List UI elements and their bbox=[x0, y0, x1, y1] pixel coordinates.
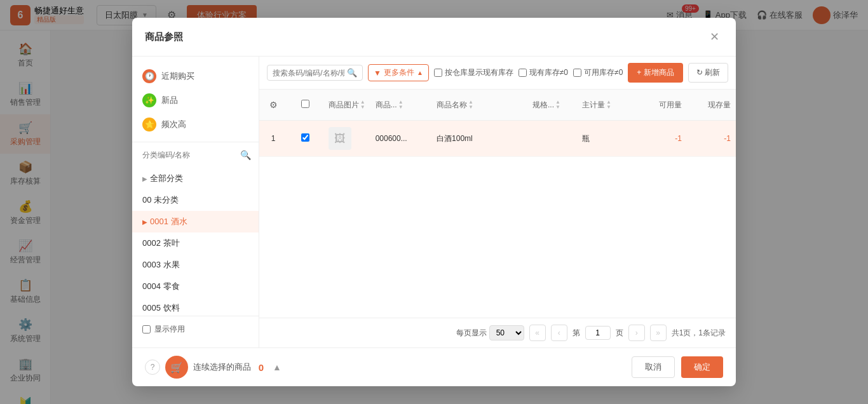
per-page-label: 每页显示 bbox=[456, 328, 487, 339]
col-unit-label: 主计量 bbox=[582, 100, 605, 111]
selected-info: 连续选择的商品 0 bbox=[193, 361, 268, 373]
by-warehouse-checkbox[interactable] bbox=[434, 69, 442, 77]
add-product-button[interactable]: + 新增商品 bbox=[628, 63, 682, 83]
col-spec-label: 规格... bbox=[532, 100, 554, 111]
quick-nav-freq[interactable]: ⭐ 频次高 bbox=[132, 112, 259, 137]
more-conditions-button[interactable]: ▼ 更多条件 ▲ bbox=[368, 64, 429, 81]
category-item-3[interactable]: 0003 水果 bbox=[132, 254, 259, 276]
category-search-input[interactable] bbox=[142, 151, 238, 159]
th-stock: 现存量 bbox=[687, 90, 736, 121]
arrow-icon: ▶ bbox=[142, 175, 147, 182]
recent-icon: 🕐 bbox=[142, 69, 156, 83]
action-buttons: + 新增商品 ↻ 刷新 bbox=[628, 63, 728, 83]
row-num: 1 bbox=[259, 121, 287, 157]
sort-arrows: ▲▼ bbox=[360, 100, 365, 110]
page-size-wrap: 每页显示 50 10 20 100 bbox=[456, 325, 524, 340]
category-search: 🔍 bbox=[132, 145, 259, 165]
dialog-body: 🕐 近期购买 ✨ 新品 ⭐ 频次高 🔍 ▶ bbox=[132, 57, 736, 347]
next-page-button[interactable]: › bbox=[628, 325, 645, 341]
dialog-close-button[interactable]: ✕ bbox=[705, 28, 723, 46]
product-table: ⚙ 商品图片 ▲▼ bbox=[259, 90, 736, 157]
row-stock: -1 bbox=[687, 121, 736, 157]
th-spec: 规格... ▲▼ bbox=[527, 90, 577, 121]
per-page-select[interactable]: 50 10 20 100 bbox=[489, 325, 524, 340]
footer-right: 取消 确定 bbox=[632, 356, 723, 378]
sort-arrows: ▲▼ bbox=[398, 100, 403, 110]
th-code-sort[interactable]: 商品... ▲▼ bbox=[376, 100, 426, 111]
product-reference-dialog: 商品参照 ✕ 🕐 近期购买 ✨ 新品 ⭐ 频次高 bbox=[132, 18, 736, 386]
new-label: 新品 bbox=[161, 95, 178, 106]
footer-left: ? 🛒 连续选择的商品 0 ▲ bbox=[145, 356, 281, 379]
more-conditions-label: 更多条件 bbox=[384, 67, 414, 78]
col-stock-label: 现存量 bbox=[708, 100, 731, 109]
show-disabled-label: 显示停用 bbox=[154, 324, 185, 335]
category-item-4[interactable]: 0004 零食 bbox=[132, 276, 259, 297]
search-icon: 🔍 bbox=[347, 68, 357, 77]
row-spec bbox=[527, 121, 577, 157]
pagination: 每页显示 50 10 20 100 « ‹ 第 页 › » 共1页，1条记录 bbox=[259, 318, 736, 347]
first-page-button[interactable]: « bbox=[529, 325, 546, 341]
has-stock-checkbox[interactable] bbox=[519, 69, 527, 77]
category-label: 00 未分类 bbox=[142, 194, 179, 206]
last-page-button[interactable]: » bbox=[650, 325, 667, 341]
category-item-1[interactable]: ▶ 0001 酒水 bbox=[132, 211, 259, 232]
selected-count: 0 bbox=[255, 362, 268, 373]
category-item-2[interactable]: 0002 茶叶 bbox=[132, 232, 259, 254]
recent-label: 近期购买 bbox=[161, 71, 194, 82]
category-item-0[interactable]: 00 未分类 bbox=[132, 189, 259, 211]
table-row[interactable]: 1 🖼 000600... 白酒100ml 瓶 -1 bbox=[259, 121, 736, 157]
dialog-header: 商品参照 ✕ bbox=[132, 18, 736, 57]
quick-nav-recent[interactable]: 🕐 近期购买 bbox=[132, 64, 259, 88]
prev-page-button[interactable]: ‹ bbox=[551, 325, 567, 341]
dialog-left-panel: 🕐 近期购买 ✨ 新品 ⭐ 频次高 🔍 ▶ bbox=[132, 57, 259, 347]
row-select-checkbox[interactable] bbox=[301, 133, 309, 142]
by-warehouse-filter[interactable]: 按仓库显示现有库存 bbox=[434, 67, 513, 78]
row-code: 000600... bbox=[370, 121, 431, 157]
th-img-sort[interactable]: 商品图片 ▲▼ bbox=[329, 100, 365, 111]
sort-arrows: ▲▼ bbox=[606, 100, 611, 110]
th-name-sort[interactable]: 商品名称 ▲▼ bbox=[437, 100, 522, 111]
page-number-input[interactable] bbox=[585, 326, 611, 340]
th-spec-sort[interactable]: 规格... ▲▼ bbox=[532, 100, 572, 111]
th-code: 商品... ▲▼ bbox=[370, 90, 431, 121]
row-name: 白酒100ml bbox=[431, 121, 527, 157]
chevron-up-icon: ▲ bbox=[417, 69, 423, 76]
row-checkbox bbox=[287, 121, 323, 157]
product-search-wrap: 🔍 bbox=[267, 65, 363, 81]
show-disabled-checkbox[interactable] bbox=[142, 325, 151, 333]
new-icon: ✨ bbox=[142, 93, 156, 107]
category-list: ▶ 全部分类 00 未分类 ▶ 0001 酒水 0002 茶叶 0003 水果 bbox=[132, 165, 259, 316]
th-settings: ⚙ bbox=[259, 90, 287, 121]
product-search-input[interactable] bbox=[273, 69, 344, 77]
category-label: 0002 茶叶 bbox=[142, 238, 180, 249]
col-img-label: 商品图片 bbox=[329, 100, 359, 111]
has-stock-filter[interactable]: 现有库存≠0 bbox=[519, 67, 568, 78]
category-item-5[interactable]: 0005 饮料 bbox=[132, 297, 259, 316]
dialog-right-panel: 🔍 ▼ 更多条件 ▲ 按仓库显示现有库存 现有库存≠0 可用库存≠0 bbox=[259, 57, 736, 347]
cancel-button[interactable]: 取消 bbox=[632, 356, 675, 378]
row-available: -1 bbox=[627, 121, 687, 157]
th-checkbox bbox=[287, 90, 323, 121]
confirm-button[interactable]: 确定 bbox=[681, 356, 723, 378]
quick-nav-new[interactable]: ✨ 新品 bbox=[132, 88, 259, 112]
th-img: 商品图片 ▲▼ bbox=[323, 90, 370, 121]
cart-button[interactable]: 🛒 bbox=[165, 356, 188, 379]
page-suffix: 页 bbox=[616, 328, 623, 339]
sort-arrows: ▲▼ bbox=[468, 100, 473, 110]
collapse-arrow-icon[interactable]: ▲ bbox=[273, 362, 281, 372]
select-all-checkbox[interactable] bbox=[301, 100, 309, 108]
product-image: 🖼 bbox=[329, 127, 351, 150]
category-label: 全部分类 bbox=[150, 173, 183, 184]
usable-stock-checkbox[interactable] bbox=[573, 69, 581, 77]
table-settings-icon[interactable]: ⚙ bbox=[264, 96, 282, 114]
usable-stock-label: 可用库存≠0 bbox=[584, 67, 623, 78]
freq-icon: ⭐ bbox=[142, 118, 156, 131]
help-icon[interactable]: ? bbox=[145, 360, 160, 375]
category-label: 0004 零食 bbox=[142, 281, 180, 292]
usable-stock-filter[interactable]: 可用库存≠0 bbox=[573, 67, 623, 78]
col-name-label: 商品名称 bbox=[437, 100, 467, 111]
category-item-all[interactable]: ▶ 全部分类 bbox=[132, 168, 259, 189]
refresh-button[interactable]: ↻ 刷新 bbox=[688, 63, 728, 83]
category-search-icon[interactable]: 🔍 bbox=[240, 150, 251, 160]
th-unit-sort[interactable]: 主计量 ▲▼ bbox=[582, 100, 621, 111]
